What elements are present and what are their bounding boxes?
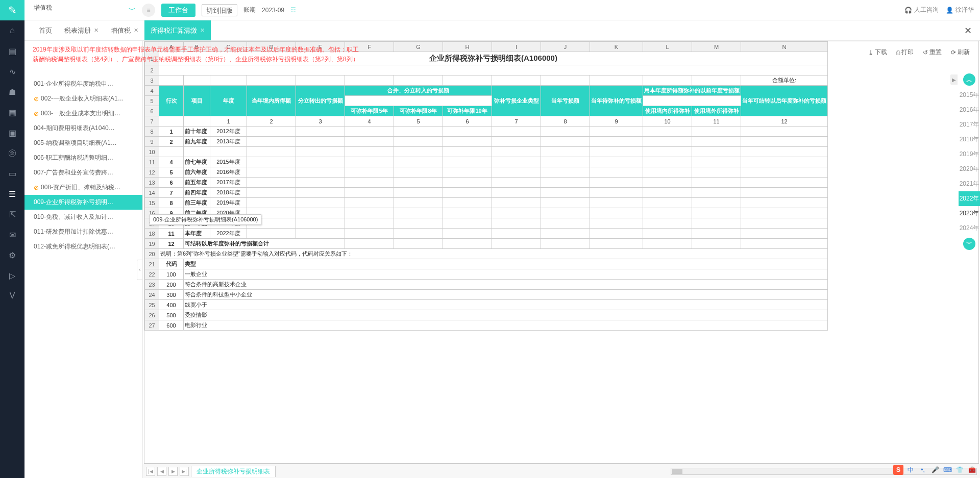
year-item[interactable]: 2019年 [959,147,980,162]
spreadsheet[interactable]: ABCDEFGHIJKLMN1企业所得税弥补亏损明细表(A106000)23金额… [144,41,828,331]
period-value[interactable]: 2023-09 [262,7,284,14]
sheet-nav-prev[interactable]: ◀ [157,467,166,476]
collapse-tree-button[interactable]: ‹ [137,260,143,280]
tree-item-label: 006-职工薪酬纳税调整明细… [34,154,113,162]
nav-calendar-icon[interactable]: ▭ [0,163,24,184]
expand-right-arrow[interactable]: ▶ [950,74,958,85]
tree-item[interactable]: 004-期间费用明细表(A1040… [24,121,142,136]
tab-vat[interactable]: 增值税✕ [105,20,144,40]
tree-item-label: 004-期间费用明细表(A1040… [34,124,115,133]
company-selector[interactable]: 增值税 [31,4,122,17]
tree-item[interactable]: 006-职工薪酬纳税调整明细… [24,150,142,165]
tree-item[interactable]: 007-广告费和业务宣传费跨… [24,165,142,180]
tree-item[interactable]: 001-企业所得税年度纳税申… [24,77,142,91]
tree-item[interactable]: ⊘002-一般企业收入明细表(A1… [24,91,142,106]
nav-v-icon[interactable]: V [0,286,24,306]
form-tree: 001-企业所得税年度纳税申…⊘002-一般企业收入明细表(A1…⊘003-一般… [24,41,143,478]
app-logo[interactable]: ✎ [0,0,24,20]
close-icon[interactable]: ✕ [200,27,205,34]
close-all-tabs[interactable]: ✕ [956,20,980,40]
nav-home-icon[interactable]: ⌂ [0,20,24,41]
sheet-nav-last[interactable]: ▶| [180,467,189,476]
user-menu[interactable]: 👤徐泽华 [946,6,974,14]
chevron-down-icon[interactable]: ﹀ [129,6,136,15]
module-icon-button[interactable]: ≡ [142,4,155,17]
tree-item[interactable]: 011-研发费用加计扣除优惠… [24,224,142,239]
workbench-button[interactable]: 工作台 [161,4,195,17]
nav-mail-icon[interactable]: ✉ [0,224,24,245]
print-button[interactable]: ⎙打印 [896,48,914,57]
year-item[interactable]: 2015年 [959,88,980,103]
year-scroll-up[interactable]: ︽ [963,73,975,86]
sheet-tabs-bar: |◀ ◀ ▶ ▶| 企业所得税弥补亏损明细表 [143,464,980,478]
year-item[interactable]: 2020年 [959,162,980,177]
ime-lang-icon[interactable]: 中 [905,465,916,475]
warning-icon: ⊘ [34,110,39,117]
ime-skin-icon[interactable]: 👕 [954,465,965,475]
year-item[interactable]: 2021年 [959,177,980,191]
download-icon: ⤓ [868,49,873,56]
nav-tax-icon[interactable]: ㊎ [0,143,24,163]
nav-report-icon[interactable]: ▣ [0,122,24,143]
year-item[interactable]: 2024年 [959,221,980,236]
refresh-button[interactable]: ⟳刷新 [951,48,970,57]
left-sidebar: ✎ ⌂ ▤ ∿ ☗ ▦ ▣ ㊎ ▭ ☰ ⇱ ✉ ⚙ ▷ V [0,0,24,478]
tab-tax-list[interactable]: 税表清册✕ [58,20,105,40]
tree-item[interactable]: 009-企业所得税弥补亏损明… [24,195,142,210]
nav-doc-icon[interactable]: ▤ [0,41,24,61]
calendar-icon[interactable]: ☶ [290,7,296,14]
nav-video-icon[interactable]: ▷ [0,265,24,286]
nav-chart-icon[interactable]: ∿ [0,61,24,82]
tab-home[interactable]: 首页 [33,20,58,40]
close-icon[interactable]: ✕ [134,27,138,34]
tree-item-label: 003-一般企业成本支出明细… [41,109,120,118]
close-icon[interactable]: ✕ [94,27,99,34]
user-icon: 👤 [946,7,953,14]
reset-button[interactable]: ↺重置 [923,48,942,57]
year-item[interactable]: 2022年 [959,191,980,206]
tree-item[interactable]: 012-减免所得税优惠明细表(… [24,239,142,254]
tree-item-label: 002-一般企业收入明细表(A1… [41,94,124,103]
year-scroll-down[interactable]: ︾ [963,238,975,250]
year-item[interactable]: 2017年 [959,117,980,132]
content-area: 2019年度涉及取以前年度结转数据的申报表单元格需要手工维护正确，才能保证本年及… [24,41,980,478]
sheet-nav-next[interactable]: ▶ [168,467,178,476]
tree-item-label: 011-研发费用加计扣除优惠… [34,228,113,236]
year-item[interactable]: 2023年 [959,206,980,221]
tree-item-label: 012-减免所得税优惠明细表(… [34,242,115,251]
reset-icon: ↺ [923,49,928,56]
tree-item[interactable]: 005-纳税调整项目明细表(A1… [24,136,142,150]
sheet-nav-first[interactable]: |◀ [146,467,155,476]
tree-item-label: 005-纳税调整项目明细表(A1… [34,139,117,147]
download-button[interactable]: ⤓下载 [868,48,887,57]
tree-item[interactable]: ⊘008-资产折旧、摊销及纳税… [24,180,142,195]
tree-item-label: 007-广告费和业务宣传费跨… [34,168,113,177]
ime-sogou-icon[interactable]: S [893,465,903,475]
grid-scroll[interactable]: ABCDEFGHIJKLMN1企业所得税弥补亏损明细表(A106000)23金额… [144,41,979,464]
year-item[interactable]: 2016年 [959,103,980,117]
print-icon: ⎙ [896,49,900,56]
nav-list-icon[interactable]: ☰ [0,184,24,204]
tab-income-tax[interactable]: 所得税汇算清缴✕ [144,20,211,40]
top-header: 增值税 ﹀ ≡ 工作台 切到旧版 账期 2023-09 ☶ 🎧人工咨询 👤徐泽华 [24,0,980,20]
tree-item[interactable]: ⊘003-一般企业成本支出明细… [24,106,142,121]
ime-bar: S 中 •, 🎤 ⌨ 👕 🧰 [893,465,977,475]
spreadsheet-area: ABCDEFGHIJKLMN1企业所得税弥补亏损明细表(A106000)23金额… [143,41,980,478]
headset-icon: 🎧 [904,7,912,14]
tree-item-label: 001-企业所得税年度纳税申… [34,80,113,88]
old-version-button[interactable]: 切到旧版 [202,4,237,16]
ime-punct-icon[interactable]: •, [918,465,928,475]
nav-bag-icon[interactable]: ☗ [0,82,24,102]
ime-keyboard-icon[interactable]: ⌨ [942,465,952,475]
ime-voice-icon[interactable]: 🎤 [930,465,940,475]
nav-settings-icon[interactable]: ⚙ [0,245,24,265]
ime-tool-icon[interactable]: 🧰 [967,465,977,475]
nav-clipboard-icon[interactable]: ▦ [0,102,24,122]
tree-item[interactable]: 010-免税、减计收入及加计… [24,210,142,224]
nav-export-icon[interactable]: ⇱ [0,204,24,224]
year-item[interactable]: 2018年 [959,132,980,147]
warning-icon: ⊘ [34,95,39,103]
sheet-tab[interactable]: 企业所得税弥补亏损明细表 [191,466,276,477]
consult-link[interactable]: 🎧人工咨询 [904,6,939,14]
tabs-row: 首页 税表清册✕ 增值税✕ 所得税汇算清缴✕ ✕ [24,20,980,41]
